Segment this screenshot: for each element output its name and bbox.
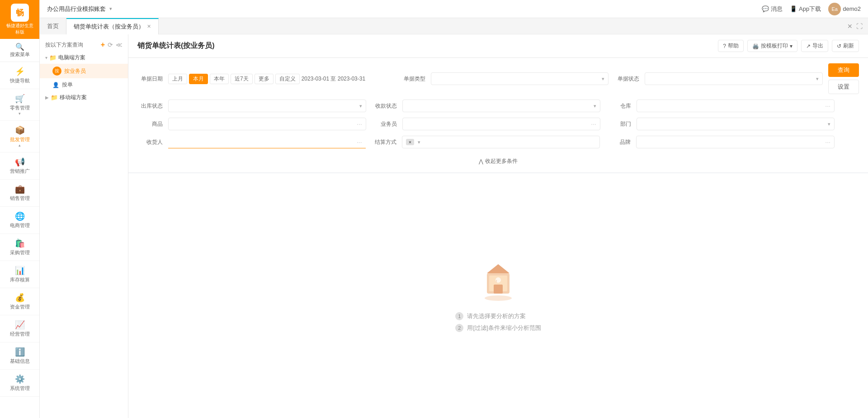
brand-field[interactable]: ··· [636, 136, 835, 148]
logo-icon: 畅 [11, 4, 29, 22]
app-logo[interactable]: 畅 畅捷通好生意 标版 [0, 0, 39, 39]
dept-field[interactable]: ▾ [637, 118, 835, 130]
doc-status-label: 单据状态 [614, 75, 639, 83]
doc-status-field[interactable]: ▾ [645, 72, 823, 85]
close-window-icon[interactable]: ✕ [847, 23, 853, 30]
user-menu[interactable]: Ea demo2 [828, 3, 861, 15]
sidebar-item-retail[interactable]: 🛒 零售管理 ▾ [0, 89, 39, 121]
help-btn[interactable]: ? 帮助 [718, 40, 744, 52]
date-btn-custom[interactable]: 自定义 [275, 74, 300, 84]
basic-icon: ℹ️ [15, 347, 25, 357]
salesperson-field[interactable]: ··· [402, 118, 600, 130]
sidebar-item-basic[interactable]: ℹ️ 基础信息 [0, 342, 39, 370]
sidebar-item-operation[interactable]: 📈 经营管理 [0, 315, 39, 342]
mobile-folder-icon: 📁 [51, 94, 58, 101]
tab-sales-stats[interactable]: 销货单统计表（按业务员） ✕ [66, 18, 159, 34]
doc-type-field[interactable]: ▾ [431, 72, 609, 85]
warehouse-field[interactable]: ··· [637, 100, 835, 112]
consignee-dots: ··· [357, 138, 362, 146]
scheme-by-order-label: 按单 [62, 81, 73, 89]
scheme-group-pc-label: 电脑端方案 [58, 54, 85, 62]
scheme-group-mobile-label: 移动端方案 [60, 94, 87, 101]
folder-icon: 📁 [49, 54, 57, 61]
workspace-selector[interactable]: 办公用品行业模拟账套 ▾ [47, 5, 112, 13]
header-actions: 💬 消息 📱 App下载 Ea demo2 [762, 3, 861, 15]
tab-maximize-btn[interactable]: ✕ ⛶ [842, 23, 868, 30]
svg-text:!: ! [496, 279, 497, 283]
sidebar: 畅 畅捷通好生意 标版 🔍 搜索菜单 ⚡ 快捷导航 🛒 零售管理 ▾ 📦 批发管… [0, 0, 40, 418]
settlement-tag: × [406, 139, 414, 145]
inventory-icon: 📊 [15, 266, 25, 276]
consignee-label: 收货人 [137, 138, 163, 146]
sidebar-item-system[interactable]: ⚙️ 系统管理 [0, 370, 39, 397]
sales-stats-tab-label: 销货单统计表（按业务员） [74, 23, 144, 31]
sidebar-item-wholesale[interactable]: 📦 批发管理 ▴ [0, 121, 39, 152]
workspace-dropdown-icon[interactable]: ▾ [109, 6, 112, 12]
date-btn-last-month[interactable]: 上月 [168, 74, 187, 84]
filter-area: 单据日期 上月 本月 本年 近7天 更多 自定义 2023-03-01 至 20… [128, 58, 868, 172]
page-header-top: 销货单统计表(按业务员) ? 帮助 🖨️ 按模板打印 ▾ ↗ [137, 40, 859, 52]
svg-marker-3 [487, 264, 509, 273]
add-scheme-btn[interactable]: + [101, 41, 105, 49]
scheme-item-by-salesperson[interactable]: 按 按业务员 [40, 64, 128, 78]
sidebar-item-purchase[interactable]: 🛍️ 采购管理 [0, 234, 39, 261]
doc-status-dropdown-icon: ▾ [816, 76, 819, 82]
export-btn[interactable]: ↗ 导出 [801, 40, 828, 52]
scheme-group-pc: ▾ 📁 电脑端方案 按 按业务员 👤 按单 [40, 52, 128, 91]
scheme-item-by-order[interactable]: 👤 按单 [40, 78, 128, 91]
query-settings-btns: 查询 设置 [828, 63, 859, 94]
scheme-group-mobile-header[interactable]: ▶ 📁 移动端方案 [40, 91, 128, 104]
stock-status-label: 出库状态 [137, 102, 163, 110]
empty-illustration: ! [476, 260, 521, 305]
search-menu[interactable]: 🔍 搜索菜单 [0, 39, 39, 62]
product-dots: ··· [357, 120, 362, 128]
collapse-btn[interactable]: ⋀ 收起更多条件 [479, 157, 518, 165]
collapse-panel-icon[interactable]: ≪ [116, 41, 123, 48]
settings-btn[interactable]: 设置 [828, 80, 859, 94]
print-btn[interactable]: 🖨️ 按模板打印 ▾ [747, 40, 797, 52]
date-btn-more[interactable]: 更多 [255, 74, 274, 84]
sidebar-item-sales[interactable]: 💼 销售管理 [0, 180, 39, 207]
settlement-label: 结算方式 [371, 138, 396, 146]
brand-dots: ··· [825, 138, 830, 146]
query-btn[interactable]: 查询 [828, 63, 859, 77]
search-icon: 🔍 [15, 43, 24, 51]
settlement-dropdown-icon: ▾ [418, 139, 420, 145]
finance-icon: 💰 [15, 293, 25, 303]
user-name: demo2 [843, 5, 861, 12]
date-btn-this-month[interactable]: 本月 [189, 74, 208, 84]
main-area: 办公用品行业模拟账套 ▾ 💬 消息 📱 App下载 Ea demo2 首页 [40, 0, 868, 418]
svg-point-0 [485, 295, 512, 301]
scheme-group-pc-header[interactable]: ▾ 📁 电脑端方案 [40, 52, 128, 64]
warehouse-label: 仓库 [606, 102, 631, 110]
product-field[interactable]: ··· [168, 118, 366, 130]
app-download-btn[interactable]: 📱 App下载 [790, 5, 821, 13]
expand-arrow-mobile-icon: ▶ [45, 95, 49, 100]
product-label: 商品 [137, 120, 163, 128]
refresh-scheme-icon[interactable]: ⟳ [108, 41, 113, 48]
tab-close-icon[interactable]: ✕ [147, 24, 151, 29]
consignee-field[interactable]: ··· [168, 136, 366, 148]
quick-nav[interactable]: ⚡ 快捷导航 [0, 62, 39, 89]
settlement-field[interactable]: × ▾ [402, 136, 600, 148]
empty-state: ! 1 请先选择要分析的方案 2 用[过滤]条件来缩小分析范围 [128, 173, 868, 418]
refresh-btn[interactable]: ↺ 刷新 [832, 40, 859, 52]
maximize-icon[interactable]: ⛶ [856, 23, 863, 30]
stock-status-field[interactable]: ▾ [168, 100, 366, 112]
logo-text: 畅捷通好生意 标版 [6, 23, 33, 35]
date-btn-this-year[interactable]: 本年 [210, 74, 229, 84]
sidebar-item-marketing[interactable]: 📢 营销推广 [0, 152, 39, 180]
export-icon: ↗ [806, 43, 811, 49]
content-area: 按以下方案查询 + ⟳ ≪ ▾ 📁 电脑端方案 按 按业务员 [40, 34, 868, 418]
wholesale-icon: 📦 [15, 125, 25, 135]
date-btn-last-7-days[interactable]: 近7天 [231, 74, 253, 84]
sidebar-item-ecommerce[interactable]: 🌐 电商管理 [0, 207, 39, 234]
sidebar-item-inventory[interactable]: 📊 库存核算 [0, 261, 39, 288]
print-dropdown-icon[interactable]: ▾ [790, 43, 793, 49]
tab-home[interactable]: 首页 [40, 18, 66, 34]
message-btn[interactable]: 💬 消息 [762, 5, 783, 13]
pay-status-label: 收款状态 [372, 102, 397, 110]
pay-status-field[interactable]: ▾ [402, 100, 600, 112]
sidebar-item-finance[interactable]: 💰 资金管理 [0, 288, 39, 315]
salesperson-label: 业务员 [372, 120, 397, 128]
